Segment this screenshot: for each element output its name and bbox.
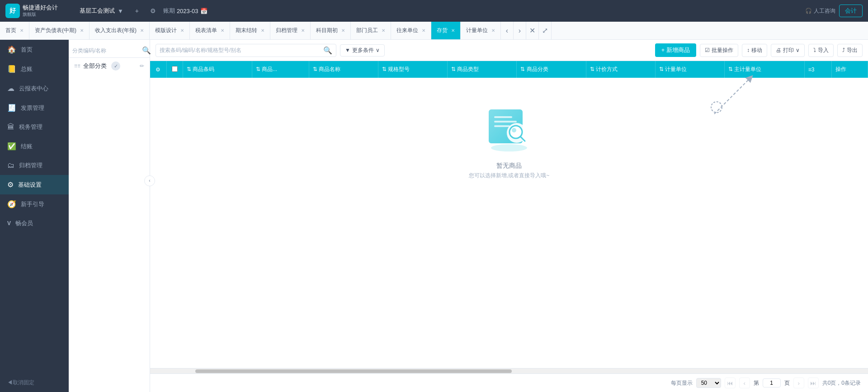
select-all-checkbox[interactable] <box>172 66 178 72</box>
category-search-icon[interactable]: 🔍 <box>142 46 151 55</box>
scroll-thumb[interactable] <box>195 369 512 373</box>
page-size-select[interactable]: 50 100 200 <box>696 378 721 388</box>
tab-home[interactable]: 首页 ✕ <box>0 22 29 40</box>
category-all-item[interactable]: ⠿⠿ 全部分类 ✓ ✏ <box>69 58 150 74</box>
customer-service-btn[interactable]: 🎧 人工咨询 <box>805 7 835 15</box>
period-label: 账期 <box>163 7 175 15</box>
tab-balance[interactable]: 资产负债表(中期) ✕ <box>29 22 90 40</box>
next-page-btn[interactable]: › <box>793 378 804 388</box>
th-code[interactable]: ⇅ 商品... <box>252 61 309 78</box>
logo-area: 好 畅捷通好会计 旗舰版 <box>5 4 72 18</box>
main-layout: 🏠 首页 📒 总账 ☁ 云报表中心 🧾 发票管理 🏛 税务管理 ✅ 结账 🗂 归… <box>0 40 868 392</box>
page-input[interactable] <box>763 378 781 387</box>
tab-partner-close[interactable]: ✕ <box>422 28 425 33</box>
category-collapse-btn[interactable]: ‹ <box>144 175 155 186</box>
scroll-bar-area[interactable] <box>150 368 868 373</box>
print-btn[interactable]: 🖨 打印 ∨ <box>771 44 805 57</box>
sidebar-item-closing[interactable]: ✅ 结账 <box>0 137 69 156</box>
sidebar-item-archive[interactable]: 🗂 归档管理 <box>0 156 69 175</box>
tab-archive-mgmt[interactable]: 归档管理 ✕ <box>270 22 311 40</box>
tab-template-close[interactable]: ✕ <box>180 28 184 33</box>
tab-tax-close[interactable]: ✕ <box>221 28 224 33</box>
home-icon: 🏠 <box>7 45 16 54</box>
th-type[interactable]: ⇅ 商品类型 <box>448 61 517 78</box>
tab-home-close[interactable]: ✕ <box>20 28 24 33</box>
tab-template-label: 模版设计 <box>155 27 177 34</box>
filter-label: 更多条件 <box>352 47 374 54</box>
batch-ops-btn[interactable]: ☑ 批量操作 <box>700 44 738 57</box>
print-dropdown-icon: ∨ <box>796 47 800 53</box>
sidebar-item-report[interactable]: ☁ 云报表中心 <box>0 79 69 98</box>
th-spec[interactable]: ⇅ 规格型号 <box>378 61 447 78</box>
tab-subject-init-close[interactable]: ✕ <box>341 28 345 33</box>
import-btn[interactable]: ⤵ 导入 <box>808 44 834 57</box>
import-icon: ⤵ <box>813 47 816 53</box>
move-label: 移动 <box>751 47 762 54</box>
sidebar-item-member-label: 畅会员 <box>15 219 33 227</box>
account-button[interactable]: 会计 <box>839 5 863 17</box>
last-page-btn[interactable]: ⏭ <box>808 378 819 388</box>
th-checkbox[interactable] <box>166 61 183 78</box>
prev-page-btn[interactable]: ‹ <box>739 378 750 388</box>
th-col3[interactable]: ≡3 <box>804 61 831 78</box>
th-barcode[interactable]: ⇅ 商品条码 <box>183 61 252 78</box>
tab-unit-close[interactable]: ✕ <box>491 28 495 33</box>
tab-inventory[interactable]: 存货 ✕ <box>431 22 461 40</box>
filter-btn[interactable]: ▼ 更多条件 ∨ <box>340 44 385 57</box>
search-icon[interactable]: 🔍 <box>323 46 332 55</box>
category-edit-icon[interactable]: ✏ <box>140 63 144 69</box>
tab-dept-emp-close[interactable]: ✕ <box>382 28 385 33</box>
th-pricing[interactable]: ⇅ 计价方式 <box>586 61 655 78</box>
tab-balance-close[interactable]: ✕ <box>80 28 84 33</box>
tab-unit[interactable]: 计量单位 ✕ <box>461 22 501 40</box>
sidebar-item-tax[interactable]: 🏛 税务管理 <box>0 118 69 137</box>
sidebar-item-settings[interactable]: ⚙ 基础设置 <box>0 175 69 194</box>
tab-archive-mgmt-close[interactable]: ✕ <box>301 28 305 33</box>
product-search-input[interactable] <box>160 47 321 53</box>
calendar-icon[interactable]: 📅 <box>200 8 208 14</box>
unpin-btn[interactable]: ◀取消固定 <box>0 373 69 392</box>
tab-template[interactable]: 模版设计 ✕ <box>150 22 190 40</box>
tab-dept-emp[interactable]: 部门员工 ✕ <box>351 22 391 40</box>
tab-close-all-btn[interactable]: ✕ <box>526 22 539 40</box>
add-tab-btn[interactable]: + <box>131 5 143 17</box>
tab-subject-init[interactable]: 科目期初 ✕ <box>311 22 351 40</box>
search-box: 🔍 <box>156 44 336 57</box>
first-page-btn[interactable]: ⏮ <box>725 378 736 388</box>
batch-icon: ☑ <box>705 47 710 53</box>
tab-period-end[interactable]: 期末结转 ✕ <box>230 22 270 40</box>
settings-btn[interactable]: ⚙ <box>147 5 160 17</box>
sidebar-item-invoice[interactable]: 🧾 发票管理 <box>0 98 69 118</box>
toolbar-right: + 新增商品 ☑ 批量操作 ↕ 移动 🖨 打印 <box>655 43 863 57</box>
tab-partner[interactable]: 往来单位 ✕ <box>391 22 431 40</box>
dropdown-icon: ▼ <box>118 8 123 14</box>
sidebar-item-guide[interactable]: 🧭 新手引导 <box>0 194 69 214</box>
tab-period-end-close[interactable]: ✕ <box>261 28 264 33</box>
th-category[interactable]: ⇅ 商品分类 <box>517 61 586 78</box>
table-container: ⚙ ⇅ 商品条码 ⇅ 商品... <box>150 61 868 368</box>
company-selector[interactable]: 基层工会测试 ▼ <box>76 5 127 17</box>
tab-prev-btn[interactable]: ‹ <box>501 22 514 40</box>
category-search-input[interactable] <box>72 47 140 54</box>
tab-tax-label: 税表清单 <box>195 27 217 34</box>
th-settings[interactable]: ⚙ <box>150 61 166 78</box>
tab-income-close[interactable]: ✕ <box>140 28 144 33</box>
empty-subtitle: 您可以选择新增,或者直接导入哦~ <box>469 172 549 179</box>
sidebar-item-closing-label: 结账 <box>21 142 33 151</box>
move-btn[interactable]: ↕ 移动 <box>742 44 767 57</box>
sidebar-item-member[interactable]: V 畅会员 <box>0 214 69 233</box>
tab-expand-btn[interactable]: ⤢ <box>539 22 552 40</box>
tab-tax[interactable]: 税表清单 ✕ <box>190 22 230 40</box>
tab-next-btn[interactable]: › <box>514 22 526 40</box>
tab-income[interactable]: 收入支出表(年报) ✕ <box>90 22 150 40</box>
tab-bar: 首页 ✕ 资产负债表(中期) ✕ 收入支出表(年报) ✕ 模版设计 ✕ 税表清单… <box>0 22 868 40</box>
export-btn[interactable]: ⤴ 导出 <box>837 44 863 57</box>
th-name[interactable]: ⇅ 商品名称 <box>309 61 378 78</box>
content-header: 🔍 ⠿⠿ 全部分类 ✓ ✏ ‹ <box>69 40 868 392</box>
sidebar-item-ledger[interactable]: 📒 总账 <box>0 59 69 79</box>
tab-inventory-close[interactable]: ✕ <box>451 28 455 33</box>
add-product-btn[interactable]: + 新增商品 <box>655 43 696 57</box>
import-label: 导入 <box>818 47 829 54</box>
sidebar-item-home[interactable]: 🏠 首页 <box>0 40 69 59</box>
main-panel: 🔍 ▼ 更多条件 ∨ + 新增商品 ☑ 批量操作 <box>150 40 868 392</box>
